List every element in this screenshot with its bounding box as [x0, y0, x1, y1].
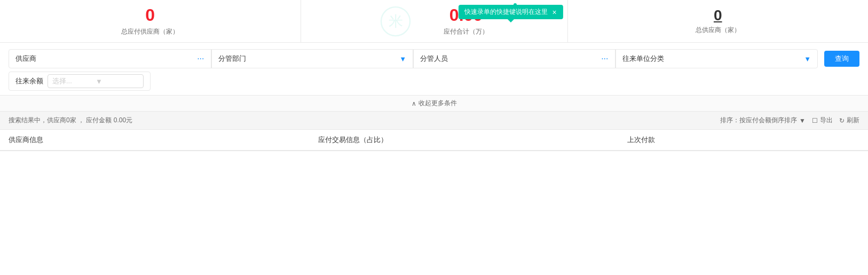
supplier-dots[interactable]: ··· — [197, 54, 204, 64]
filter-supplier[interactable]: 供应商 ··· — [9, 50, 211, 68]
manager-input[interactable] — [452, 55, 601, 63]
department-dropdown-icon[interactable]: ▼ — [399, 55, 406, 63]
manager-label: 分管人员 — [420, 54, 448, 64]
manager-dots[interactable]: ··· — [601, 54, 608, 64]
results-text: 搜索结果中，供应商0家 — [9, 116, 76, 124]
filter-department[interactable]: 分管部门 ▼ — [211, 50, 414, 68]
stat-total-suppliers: 快速录单的快捷键说明在这里 × 0 总供应商（家） — [568, 0, 869, 42]
table-col-payment: 上次付款 — [627, 135, 859, 145]
query-button[interactable]: 查询 — [824, 51, 859, 67]
balance-dropdown-icon[interactable]: ▼ — [96, 77, 139, 85]
results-amount: 应付金额 0.00元 — [86, 116, 132, 124]
refresh-button[interactable]: ↻ 刷新 — [839, 116, 859, 125]
tooltip-text: 快速录单的快捷键说明在这里 — [464, 7, 548, 17]
collapse-label: 收起更多条件 — [419, 99, 457, 108]
table-header: 供应商信息 应付交易信息（占比） 上次付款 — [0, 130, 868, 151]
balance-select[interactable]: 选择... ▼ — [48, 74, 144, 88]
filter-manager[interactable]: 分管人员 ··· — [413, 50, 616, 68]
refresh-label: 刷新 — [847, 116, 859, 125]
stat-label-total-suppliers: 总供应商（家） — [696, 26, 740, 35]
sort-dropdown[interactable]: 排序：按应付会额倒序排序 ▼ — [720, 116, 806, 125]
refresh-icon: ↻ — [839, 117, 845, 124]
stat-total-payable-suppliers: 0 总应付供应商（家） — [0, 0, 301, 42]
stat-number-payable-suppliers: 0 — [145, 6, 155, 25]
unit-class-input[interactable] — [668, 55, 804, 63]
filter-unit-class[interactable]: 往来单位分类 ▼ — [616, 50, 818, 68]
table-col-transaction: 应付交易信息（占比） — [318, 135, 628, 145]
unit-class-label: 往来单位分类 — [622, 54, 664, 64]
collapse-icon: ∧ — [412, 100, 416, 107]
balance-label: 往来余额 — [15, 76, 43, 86]
collapse-bar: ∧ 收起更多条件 — [0, 96, 868, 112]
svg-text:米: 米 — [389, 13, 403, 29]
sort-label: 排序：按应付会额倒序排序 — [720, 116, 797, 125]
filter-balance[interactable]: 往来余额 选择... ▼ — [9, 72, 151, 91]
stat-label-payable-total: 应付合计（万） — [444, 27, 488, 36]
filter-row-2: 往来余额 选择... ▼ — [9, 72, 859, 91]
sort-dropdown-icon[interactable]: ▼ — [799, 117, 806, 124]
filter-grid: 供应商 ··· 分管部门 ▼ 分管人员 ··· 往来单位分类 ▼ — [9, 49, 818, 68]
stats-bar: 0 总应付供应商（家） 米 0.00 应付合计（万） 快速录单的快捷键说明在这里… — [0, 0, 868, 43]
results-bar: 搜索结果中，供应商0家 ， 应付金额 0.00元 排序：按应付会额倒序排序 ▼ … — [0, 112, 868, 130]
results-separator: ， — [78, 116, 84, 124]
export-label: 导出 — [820, 116, 833, 125]
collapse-button[interactable]: ∧ 收起更多条件 — [412, 99, 457, 108]
filter-row-1: 供应商 ··· 分管部门 ▼ 分管人员 ··· 往来单位分类 ▼ — [9, 49, 859, 68]
balance-placeholder: 选择... — [52, 76, 96, 86]
unit-class-dropdown-icon[interactable]: ▼ — [804, 55, 811, 63]
results-summary: 搜索结果中，供应商0家 ， 应付金额 0.00元 — [9, 116, 132, 125]
results-right: 排序：按应付会额倒序排序 ▼ ☐ 导出 ↻ 刷新 — [720, 116, 859, 125]
filter-bar: 供应商 ··· 分管部门 ▼ 分管人员 ··· 往来单位分类 ▼ — [0, 43, 868, 96]
diamond-icon: 米 — [380, 5, 412, 37]
tooltip-close-icon[interactable]: × — [552, 9, 556, 16]
export-icon: ☐ — [812, 117, 818, 124]
supplier-label: 供应商 — [15, 54, 42, 64]
stat-label-payable-suppliers: 总应付供应商（家） — [121, 27, 179, 36]
department-input[interactable] — [250, 55, 400, 63]
stat-number-total-suppliers: 0 — [714, 7, 722, 24]
table-body — [0, 151, 868, 275]
tooltip-bubble: 快速录单的快捷键说明在这里 × — [458, 5, 563, 19]
supplier-input[interactable] — [46, 55, 197, 63]
tooltip-area: 快速录单的快捷键说明在这里 × — [504, 2, 518, 7]
department-label: 分管部门 — [218, 54, 246, 64]
export-button[interactable]: ☐ 导出 — [812, 116, 833, 125]
table-col-info: 供应商信息 — [9, 135, 318, 145]
